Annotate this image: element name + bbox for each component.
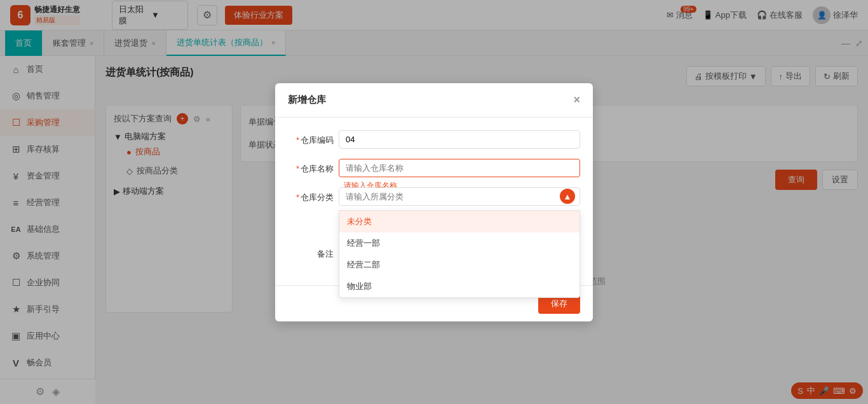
code-input[interactable] [339,130,580,149]
form-row-code: 仓库编码 [288,130,580,149]
modal-close-button[interactable]: × [573,93,580,107]
form-row-category: 仓库分类 ▲ 未分类 经营一部 经营二部 物业部 [288,187,580,206]
dropdown-item-dept3[interactable]: 物业部 [339,276,580,297]
category-dropdown: ▲ 未分类 经营一部 经营二部 物业部 [339,187,580,206]
remark-label: 备注 [288,244,339,260]
dropdown-item-dept2[interactable]: 经营二部 [339,254,580,276]
modal-overlay[interactable]: 新增仓库 × 仓库编码 仓库名称 请输入仓库名称 仓库分类 ▲ [0,0,868,404]
dropdown-item-dept1[interactable]: 经营一部 [339,232,580,254]
code-label: 仓库编码 [288,130,339,146]
category-label: 仓库分类 [288,187,339,203]
form-row-name: 仓库名称 请输入仓库名称 [288,159,580,177]
dropdown-list: 未分类 经营一部 经营二部 物业部 [339,210,580,298]
name-input[interactable] [339,159,580,177]
dropdown-arrow-icon[interactable]: ▲ [560,189,575,204]
name-label: 仓库名称 [288,159,339,175]
dropdown-item-none[interactable]: 未分类 [339,211,580,232]
new-warehouse-modal: 新增仓库 × 仓库编码 仓库名称 请输入仓库名称 仓库分类 ▲ [275,83,593,321]
modal-title: 新增仓库 [288,94,326,106]
modal-body: 仓库编码 仓库名称 请输入仓库名称 仓库分类 ▲ 未分类 经营一部 经营二 [275,118,593,285]
category-input[interactable] [339,187,580,206]
modal-header: 新增仓库 × [275,83,593,118]
